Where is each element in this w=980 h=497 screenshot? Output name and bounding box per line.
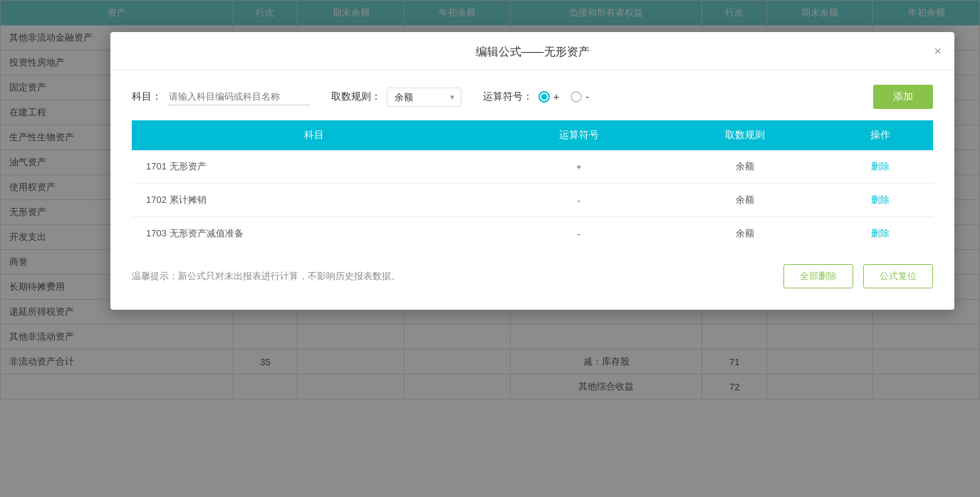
formula-row: 1703 无形资产减值准备-余额删除 (132, 217, 933, 251)
formula-table-wrap: 科目 运算符号 取数规则 操作 1701 无形资产+余额删除1702 累计摊销-… (132, 120, 933, 250)
modal-dialog: 编辑公式——无形资产 × 科目： 取数规则： 余额 借方 贷方 借方发生额 贷方… (110, 32, 954, 310)
formula-table: 科目 运算符号 取数规则 操作 1701 无形资产+余额删除1702 累计摊销-… (132, 120, 933, 250)
radio-plus-circle (538, 91, 550, 103)
modal-close-button[interactable]: × (934, 45, 942, 58)
operator-label: 运算符号： (483, 90, 533, 103)
col-subject: 科目 (132, 120, 496, 150)
footer-tip: 温馨提示：新公式只对未出报表进行计算，不影响历史报表数据。 (132, 270, 400, 283)
formula-action: 删除 (828, 217, 933, 251)
formula-subject: 1703 无形资产减值准备 (132, 217, 496, 251)
footer-buttons: 全部删除 公式复位 (783, 264, 933, 288)
modal-footer: 温馨提示：新公式只对未出报表进行计算，不影响历史报表数据。 全部删除 公式复位 (110, 250, 954, 288)
operator-plus-radio[interactable]: + (538, 91, 559, 103)
formula-operator: + (496, 150, 662, 184)
form-row: 科目： 取数规则： 余额 借方 贷方 借方发生额 贷方发生额 ▼ 运算符号： (110, 70, 954, 120)
formula-subject: 1701 无形资产 (132, 150, 496, 184)
operator-minus-radio[interactable]: - (570, 91, 589, 103)
rule-label: 取数规则： (331, 90, 381, 103)
formula-rule: 余额 (662, 217, 828, 251)
radio-minus-circle (570, 91, 582, 103)
delete-row-button[interactable]: 删除 (871, 160, 890, 173)
operator-minus-label: - (585, 91, 589, 103)
rule-field-group: 取数规则： 余额 借方 贷方 借方发生额 贷方发生额 ▼ (331, 88, 462, 107)
subject-label: 科目： (132, 90, 162, 103)
formula-rule: 余额 (662, 150, 828, 184)
delete-all-button[interactable]: 全部删除 (783, 264, 853, 288)
formula-action: 删除 (828, 184, 933, 217)
reset-formula-button[interactable]: 公式复位 (863, 264, 933, 288)
delete-row-button[interactable]: 删除 (871, 194, 890, 206)
col-rule: 取数规则 (662, 120, 828, 150)
formula-operator: - (496, 184, 662, 217)
col-operator: 运算符号 (496, 120, 662, 150)
table-header-row: 科目 运算符号 取数规则 操作 (132, 120, 933, 150)
formula-action: 删除 (828, 150, 933, 184)
add-button[interactable]: 添加 (873, 85, 933, 109)
col-action: 操作 (828, 120, 933, 150)
operator-field-group: 运算符号： + - (483, 90, 589, 103)
rule-select[interactable]: 余额 借方 贷方 借方发生额 贷方发生额 (387, 88, 462, 107)
operator-radio-group: + - (538, 91, 589, 103)
formula-operator: - (496, 217, 662, 251)
modal-header: 编辑公式——无形资产 × (110, 32, 954, 70)
subject-input[interactable] (167, 88, 310, 105)
subject-field-group: 科目： (132, 88, 310, 105)
formula-subject: 1702 累计摊销 (132, 184, 496, 217)
delete-row-button[interactable]: 删除 (871, 227, 890, 240)
rule-select-wrapper: 余额 借方 贷方 借方发生额 贷方发生额 ▼ (387, 88, 462, 107)
formula-rule: 余额 (662, 184, 828, 217)
modal-title: 编辑公式——无形资产 (476, 45, 590, 60)
formula-row: 1701 无形资产+余额删除 (132, 150, 933, 184)
formula-row: 1702 累计摊销-余额删除 (132, 184, 933, 217)
operator-plus-label: + (553, 91, 559, 103)
